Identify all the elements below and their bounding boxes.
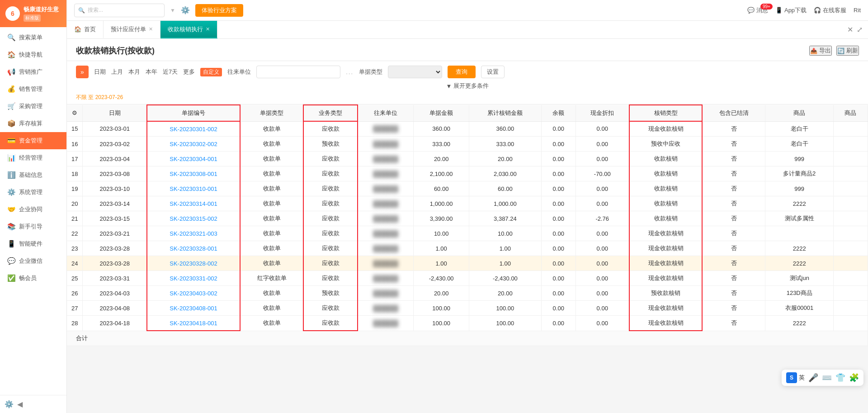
cell-included: 否 (702, 226, 765, 241)
cell-verified: 60.00 (469, 181, 541, 196)
cell-bill-no: SK-20230408-001 (147, 301, 240, 316)
cell-verified: 1.00 (469, 256, 541, 271)
tab-prepay[interactable]: 预计应应付单 ✕ (104, 21, 160, 38)
date-this-month[interactable]: 本月 (128, 68, 140, 76)
shirt-icon[interactable]: 👕 (835, 373, 845, 383)
th-settings[interactable]: ⚙ (67, 105, 83, 121)
tab-home[interactable]: 🏠 首页 (67, 21, 104, 38)
cell-partner: ██████ (358, 241, 414, 256)
table-row: 27 2023-04-08 SK-20230408-001 收款单 应收款 ██… (67, 301, 868, 316)
cell-no: 20 (67, 196, 83, 211)
sidebar-item-finance[interactable]: 💳资金管理 (0, 132, 66, 149)
bill-no-link[interactable]: SK-20230301-002 (170, 126, 217, 133)
bill-no-link[interactable]: SK-20230418-001 (170, 320, 217, 327)
cell-product2 (833, 196, 868, 211)
message-button[interactable]: 💬 消息 99+ (747, 6, 768, 14)
maximize-icon[interactable]: ⤢ (857, 25, 863, 34)
cell-bill-type: 红字收款单 (240, 271, 303, 286)
date-more[interactable]: 更多 (183, 68, 195, 76)
sidebar-item-quick[interactable]: 🏠快捷导航 (0, 46, 66, 63)
cell-date: 2023-03-04 (83, 152, 147, 166)
sidebar-item-wechat[interactable]: 💬企业微信 (0, 252, 66, 270)
cell-verified: 100.00 (469, 316, 541, 331)
collapse-icon[interactable]: ◀ (17, 400, 23, 408)
puzzle-icon[interactable]: 🧩 (849, 373, 859, 383)
cell-product2 (833, 271, 868, 286)
cell-verified: 3,387.24 (469, 211, 541, 226)
bill-no-link[interactable]: SK-20230328-001 (170, 245, 217, 252)
partner-input[interactable] (256, 66, 340, 78)
service-link[interactable]: 🎧 在线客服 (814, 6, 846, 14)
export-button[interactable]: 📤 导出 (809, 46, 832, 56)
settings-icon[interactable]: ⚙️ (5, 400, 14, 408)
query-button[interactable]: 查询 (448, 66, 476, 78)
mic-icon[interactable]: 🎤 (808, 373, 818, 383)
sidebar-item-sales[interactable]: 💰销售管理 (0, 81, 66, 98)
date-custom[interactable]: 自定义 (200, 68, 222, 76)
user-account[interactable]: Rit (854, 7, 861, 14)
sidebar-item-corp[interactable]: 🤝企业协同 (0, 201, 66, 218)
bill-no-link[interactable]: SK-20230328-002 (170, 260, 217, 267)
bill-no-link[interactable]: SK-20230308-001 (170, 171, 217, 177)
table-row: 22 2023-03-21 SK-20230321-003 收款单 应收款 ██… (67, 226, 868, 241)
sidebar-item-hardware[interactable]: 📱智能硬件 (0, 235, 66, 252)
tab-close-collection[interactable]: ✕ (206, 26, 210, 32)
date-7days[interactable]: 近7天 (163, 68, 178, 76)
settings-button[interactable]: 设置 (481, 66, 505, 78)
cell-included: 否 (702, 121, 765, 137)
close-tab-icon[interactable]: ✕ (847, 25, 853, 34)
date-last-month[interactable]: 上月 (111, 68, 123, 76)
tab-close-prepay[interactable]: ✕ (149, 26, 153, 32)
solution-button[interactable]: 体验行业方案 (195, 4, 243, 17)
cell-amount: 20.00 (414, 286, 469, 301)
sidebar-item-guide[interactable]: 📚新手引导 (0, 218, 66, 235)
date-range-display: 不限 至 2023-07-26 (76, 94, 859, 104)
cell-amount: 1.00 (414, 241, 469, 256)
refresh-button[interactable]: 🔄 刷新 (836, 46, 859, 56)
expand-conditions-button[interactable]: ▼ 展开更多条件 (446, 82, 489, 90)
refresh-icon: 🔄 (837, 47, 844, 54)
voucher-type-select[interactable] (388, 66, 442, 78)
cell-verified: 1,000.00 (469, 196, 541, 211)
cell-included: 否 (702, 166, 765, 181)
quick-icon: 🏠 (7, 51, 15, 59)
sidebar-item-basic[interactable]: ℹ️基础信息 (0, 166, 66, 184)
cell-included: 否 (702, 316, 765, 331)
marketing-icon: 📢 (7, 68, 15, 76)
topbar-search-box: 🔍 搜索... (74, 4, 165, 17)
bill-no-link[interactable]: SK-20230310-001 (170, 185, 217, 192)
topbar-dropdown[interactable]: ▼ (170, 7, 175, 14)
bill-no-link[interactable]: SK-20230315-002 (170, 215, 217, 222)
app-download-link[interactable]: 📱 App下载 (775, 6, 807, 14)
cell-bill-no: SK-20230331-002 (147, 271, 240, 286)
headphone-icon: 🎧 (814, 7, 821, 14)
cell-amount: 100.00 (414, 301, 469, 316)
sidebar-item-vip[interactable]: ✅畅会员 (0, 270, 66, 287)
sidebar-item-marketing[interactable]: 📢营销推广 (0, 63, 66, 81)
cell-verified: 360.00 (469, 121, 541, 137)
sidebar-item-inventory[interactable]: 📦库存核算 (0, 115, 66, 132)
sidebar-item-search[interactable]: 🔍搜索菜单 (0, 29, 66, 46)
date-this-year[interactable]: 本年 (146, 68, 157, 76)
sidebar-item-system[interactable]: ⚙️系统管理 (0, 184, 66, 201)
cell-date: 2023-03-02 (83, 137, 147, 152)
sidebar-item-operation[interactable]: 📊经营管理 (0, 149, 66, 166)
cell-included: 否 (702, 137, 765, 152)
gear-icon[interactable]: ⚙️ (181, 6, 190, 14)
bill-no-link[interactable]: SK-20230331-002 (170, 275, 217, 282)
tab-collection[interactable]: 收款核销执行 ✕ (160, 21, 217, 38)
filter-toggle-button[interactable]: » (76, 66, 89, 78)
nav-label-corp: 企业协同 (19, 205, 42, 214)
bill-no-link[interactable]: SK-20230302-002 (170, 141, 217, 147)
cell-date: 2023-04-18 (83, 316, 147, 331)
cell-discount: 0.00 (576, 196, 629, 211)
bill-no-link[interactable]: SK-20230408-001 (170, 305, 217, 312)
bill-no-link[interactable]: SK-20230403-002 (170, 290, 217, 297)
grid-icon[interactable]: ⌨️ (822, 373, 832, 383)
cell-product1: 999 (765, 152, 834, 166)
bill-no-link[interactable]: SK-20230304-001 (170, 156, 217, 162)
bill-no-link[interactable]: SK-20230321-003 (170, 230, 217, 237)
bill-no-link[interactable]: SK-20230314-001 (170, 200, 217, 207)
sidebar-item-purchase[interactable]: 🛒采购管理 (0, 98, 66, 115)
nav-label-sales: 销售管理 (19, 85, 42, 93)
